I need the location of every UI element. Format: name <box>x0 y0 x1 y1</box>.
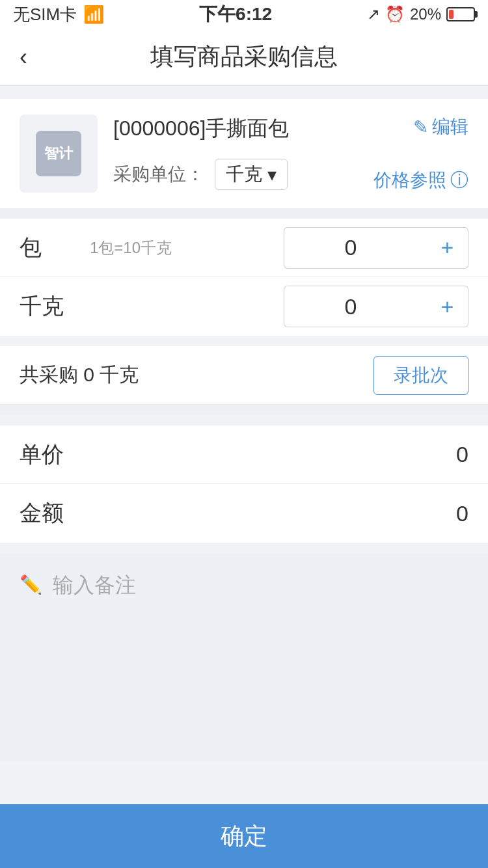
price-section: 单价 0 金额 0 <box>0 426 488 543</box>
summary-row: 共采购 0 千克 录批次 <box>0 346 488 405</box>
help-icon: ⓘ <box>450 168 468 193</box>
wifi-icon: 📶 <box>83 5 104 25</box>
kg-input-wrapper: + <box>284 286 468 327</box>
product-image: 智计 <box>20 115 98 193</box>
page-title: 填写商品采购信息 <box>150 41 338 73</box>
edit-label: 编辑 <box>432 115 468 139</box>
alarm-icon: ⏰ <box>385 5 405 23</box>
price-ref-label: 价格参照 <box>373 168 446 193</box>
separator-2 <box>0 405 488 415</box>
kg-label: 千克 <box>20 292 85 321</box>
note-placeholder: 输入备注 <box>53 571 136 600</box>
battery-percent: 20% <box>410 5 441 23</box>
bag-plus-button[interactable]: + <box>427 227 468 269</box>
kg-input-row: 千克 + <box>0 277 488 336</box>
bag-label: 包 <box>20 233 85 263</box>
logo-text: 智计 <box>44 145 73 162</box>
location-icon: ↗ <box>367 5 380 23</box>
status-bar-time: 下午6:12 <box>199 2 272 27</box>
edit-button[interactable]: ✎ 编辑 <box>413 115 468 139</box>
back-button[interactable]: ‹ <box>20 44 27 71</box>
summary-quantity: 0 <box>83 364 94 385</box>
product-card: 智计 [0000006]手撕面包 采购单位： 千克 ▾ ✎ 编辑 价格参照 ⓘ <box>0 99 488 208</box>
unit-label: 采购单位： <box>113 162 204 187</box>
unit-price-value: 0 <box>456 442 468 467</box>
nav-bar: ‹ 填写商品采购信息 <box>0 29 488 86</box>
confirm-button[interactable]: 确定 <box>0 804 488 868</box>
note-section[interactable]: ✏️ 输入备注 <box>0 553 488 761</box>
pencil-icon: ✏️ <box>20 574 42 595</box>
amount-label: 金额 <box>20 498 64 528</box>
product-title: 手撕面包 <box>206 116 289 140</box>
battery-fill <box>449 10 454 19</box>
unit-value: 千克 <box>226 162 262 187</box>
amount-value: 0 <box>456 501 468 526</box>
kg-plus-button[interactable]: + <box>427 286 468 327</box>
status-bar-left: 无SIM卡 📶 <box>13 3 104 26</box>
confirm-button-label: 确定 <box>221 821 267 852</box>
input-section: 包 1包=10千克 + 千克 + <box>0 219 488 336</box>
batch-button[interactable]: 录批次 <box>373 356 468 395</box>
kg-input[interactable] <box>284 286 427 327</box>
carrier-label: 无SIM卡 <box>13 3 77 26</box>
bag-input-wrapper: + <box>284 227 468 269</box>
unit-selector[interactable]: 千克 ▾ <box>215 159 288 190</box>
chevron-down-icon: ▾ <box>267 164 277 185</box>
status-bar-right: ↗ ⏰ 20% <box>367 5 475 23</box>
bag-input-row: 包 1包=10千克 + <box>0 219 488 277</box>
edit-icon: ✎ <box>413 116 428 138</box>
summary-label: 共采购 0 千克 <box>20 362 139 388</box>
unit-price-row: 单价 0 <box>0 426 488 484</box>
bag-sublabel: 1包=10千克 <box>90 237 284 258</box>
product-id: [0000006] <box>113 116 206 140</box>
summary-text-label: 共采购 <box>20 364 78 385</box>
bag-input[interactable] <box>284 227 427 269</box>
price-ref-button[interactable]: 价格参照 ⓘ <box>373 168 468 193</box>
battery-indicator <box>446 7 475 21</box>
amount-row: 金额 0 <box>0 484 488 543</box>
summary-section: 共采购 0 千克 录批次 <box>0 346 488 405</box>
status-bar: 无SIM卡 📶 下午6:12 ↗ ⏰ 20% <box>0 0 488 29</box>
product-logo: 智计 <box>36 131 81 176</box>
separator-1 <box>0 208 488 219</box>
summary-unit: 千克 <box>100 364 139 385</box>
unit-price-label: 单价 <box>20 440 64 470</box>
